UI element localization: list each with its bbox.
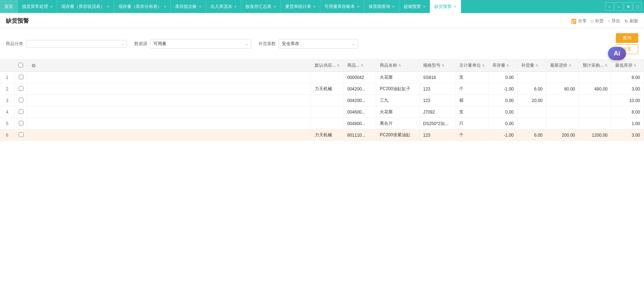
th-num xyxy=(0,59,14,72)
row-settings-5 xyxy=(27,129,311,141)
table-row: 3 004200... 三九 123 箱 0.00 20.00 10.00 xyxy=(0,95,644,106)
table-container: ⚙ 默认供应... ⇅ 商品... ⇅ xyxy=(0,59,644,141)
select-all-checkbox[interactable] xyxy=(18,63,23,67)
row-stock-4: 0.00 xyxy=(488,118,517,129)
tab-order-stats[interactable]: 要货单统计表 × xyxy=(281,0,320,13)
th-stock[interactable]: 库存量 ⇅ xyxy=(488,59,517,72)
close-tab-stock-status[interactable]: × xyxy=(107,4,109,9)
row-est-purchase-0 xyxy=(579,72,611,83)
th-spec[interactable]: 规格型号 ⇅ xyxy=(419,59,455,72)
tab-flow[interactable]: 出入库流水 × xyxy=(206,0,241,13)
close-tab-shortage[interactable]: × xyxy=(454,4,456,9)
tab-summary[interactable]: 收发存汇总表 × xyxy=(241,0,280,13)
replenish-basis-select[interactable]: 安全库存 ⌄ xyxy=(279,39,358,49)
tab-stock-dist[interactable]: 现存量（库存分布表） × xyxy=(114,0,171,13)
replenish-button[interactable]: □ 补货 xyxy=(591,18,604,24)
row-goods-code-4: 004800... xyxy=(343,118,376,129)
row-est-purchase-1: 480.00 xyxy=(579,83,611,95)
sort-min-stock-icon: ⇅ xyxy=(634,63,636,67)
th-supplier[interactable]: 默认供应... ⇅ xyxy=(311,59,343,72)
row-checkbox-1[interactable] xyxy=(19,86,23,91)
row-settings-2 xyxy=(27,95,311,106)
refresh-button[interactable]: ↻ 刷新 xyxy=(625,18,638,24)
query-button[interactable]: 查询 xyxy=(616,33,638,43)
row-checkbox-4[interactable] xyxy=(19,121,23,125)
close-tab-stock-dist[interactable]: × xyxy=(164,4,166,9)
nav-next-btn[interactable]: › xyxy=(614,2,623,11)
th-min-stock[interactable]: 最低库存 ⇅ xyxy=(612,59,644,72)
close-tab-exception[interactable]: × xyxy=(50,4,52,9)
sort-replenish-icon: ⇅ xyxy=(535,63,538,67)
settings-gear-icon[interactable]: ⚙ xyxy=(31,63,36,69)
row-min-stock-1: 3.00 xyxy=(612,83,644,95)
tab-exception[interactable]: 拣货异常处理 × xyxy=(18,0,57,13)
tab-stock-status[interactable]: 现存量（库存状况表） × xyxy=(57,0,114,13)
row-goods-code-2: 004200... xyxy=(343,95,376,106)
tab-home[interactable]: 首页 xyxy=(0,0,18,13)
tab-overstock[interactable]: 超储预警 × xyxy=(399,0,430,13)
row-est-purchase-5: 1200.00 xyxy=(579,129,611,141)
tab-expiry[interactable]: 保质期查询 × xyxy=(364,0,399,13)
data-source-group: 数据源 可用量 ⌄ xyxy=(134,39,251,49)
share-button[interactable]: 🔁 分享 xyxy=(571,18,587,24)
th-goods-code[interactable]: 商品... ⇅ xyxy=(343,59,376,72)
row-num-3: 4 xyxy=(0,106,14,118)
th-unit[interactable]: 主计量单位 ⇅ xyxy=(455,59,488,72)
tab-available-ledger[interactable]: 可用量库存账本 × xyxy=(320,0,364,13)
tab-shortage[interactable]: 缺货预警 × xyxy=(430,0,461,13)
row-stock-0: 0.00 xyxy=(488,72,517,83)
close-tab-batch[interactable]: × xyxy=(199,4,201,9)
close-tab-summary[interactable]: × xyxy=(274,4,276,9)
table-body: 1 0000042 火花塞 SS816 支 0.00 8.00 2 力天机械 0… xyxy=(0,72,644,141)
nav-prev-btn[interactable]: ‹ xyxy=(605,2,614,11)
row-spec-1: 123 xyxy=(419,83,455,95)
close-tab-expiry[interactable]: × xyxy=(392,4,395,9)
nav-close-btn[interactable]: ✕ xyxy=(624,2,632,11)
row-checkbox-3[interactable] xyxy=(19,109,23,114)
goods-category-group: 商品分类 ⌄ xyxy=(6,40,127,48)
row-min-stock-3: 8.00 xyxy=(612,106,644,118)
close-tab-flow[interactable]: × xyxy=(234,4,236,9)
row-checkbox-5[interactable] xyxy=(19,132,23,137)
row-checkbox-0[interactable] xyxy=(19,75,23,79)
row-replenish-1: 6.00 xyxy=(517,83,546,95)
row-min-stock-4: 1.00 xyxy=(612,118,644,129)
row-check-2 xyxy=(14,95,27,106)
close-tab-available-ledger[interactable]: × xyxy=(357,4,359,9)
data-source-label: 数据源 xyxy=(134,41,147,47)
filter-area: 商品分类 ⌄ 数据源 可用量 ⌄ 补货基数 安全库存 ⌄ 查询 设置 xyxy=(0,28,644,59)
row-replenish-3 xyxy=(517,106,546,118)
goods-category-select[interactable]: ⌄ xyxy=(26,40,127,48)
table-header-row: ⚙ 默认供应... ⇅ 商品... ⇅ xyxy=(0,59,644,72)
nav-expand-btn[interactable]: □ xyxy=(633,2,642,11)
close-tab-order-stats[interactable]: × xyxy=(313,4,316,9)
export-button[interactable]: ↑ 导出 xyxy=(608,18,620,24)
tab-batch[interactable]: 库存批次账 × xyxy=(171,0,206,13)
table-row: 6 力天机械 801110... PC200张紧油缸 123 个 -1.00 6… xyxy=(0,129,644,141)
th-latest-price[interactable]: 最新进价 ⇅ xyxy=(546,59,579,72)
row-latest-price-0 xyxy=(546,72,579,83)
sort-goods-name-icon: ⇅ xyxy=(398,63,401,67)
th-est-purchase[interactable]: 预计采购... ⇅ xyxy=(579,59,611,72)
row-goods-code-5: 801110... xyxy=(343,129,376,141)
row-check-0 xyxy=(14,72,27,83)
close-tab-overstock[interactable]: × xyxy=(423,4,425,9)
row-goods-name-2: 三九 xyxy=(376,95,419,106)
row-goods-name-3: 火花塞 xyxy=(376,106,419,118)
row-goods-code-0: 0000042 xyxy=(343,72,376,83)
row-latest-price-5: 200.00 xyxy=(546,129,579,141)
row-settings-3 xyxy=(27,106,311,118)
th-goods-name[interactable]: 商品名称 ⇅ xyxy=(376,59,419,72)
row-unit-4: 只 xyxy=(455,118,488,129)
row-goods-name-0: 火花塞 xyxy=(376,72,419,83)
sort-est-purchase-icon: ⇅ xyxy=(605,63,608,67)
table-row: 4 004600... 火花塞 J7092 支 0.00 8.00 xyxy=(0,106,644,118)
row-unit-1: 个 xyxy=(455,83,488,95)
th-replenish[interactable]: 补货量 ⇅ xyxy=(517,59,546,72)
ai-assistant-badge[interactable]: Ai xyxy=(608,47,626,60)
replenish-basis-chevron-icon: ⌄ xyxy=(352,42,355,46)
data-source-chevron-icon: ⌄ xyxy=(245,42,248,46)
row-checkbox-2[interactable] xyxy=(19,98,23,102)
row-unit-5: 个 xyxy=(455,129,488,141)
data-source-select[interactable]: 可用量 ⌄ xyxy=(150,39,251,49)
